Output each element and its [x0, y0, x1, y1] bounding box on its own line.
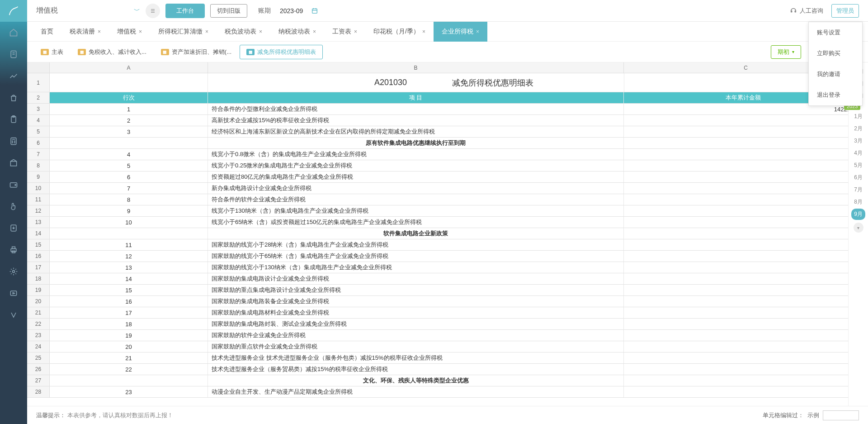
tab-item[interactable]: 税表清册× — [61, 22, 109, 42]
cell-amount[interactable] — [624, 262, 868, 273]
row-number[interactable]: 2 — [27, 92, 50, 103]
row-number[interactable]: 9 — [27, 172, 50, 182]
cell-row-index[interactable] — [50, 228, 208, 239]
v-icon[interactable] — [0, 304, 27, 326]
tab-item[interactable]: 增值税× — [109, 22, 150, 42]
close-icon[interactable]: × — [476, 29, 479, 35]
cell-item[interactable]: 国家鼓励的集成电路材料企业减免企业所得税 — [208, 307, 624, 318]
cell-item[interactable]: 软件集成电路企业新政策 — [208, 228, 624, 239]
row-number[interactable]: 4 — [27, 115, 50, 126]
cell-row-index[interactable]: 14 — [50, 273, 208, 284]
row-number[interactable]: 23 — [27, 330, 50, 341]
cell-amount[interactable] — [624, 149, 868, 160]
cell-item[interactable]: 国家鼓励的集成电路封装、测试企业减免企业所得税 — [208, 319, 624, 329]
cell-row-index[interactable] — [50, 138, 208, 148]
row-number[interactable]: 22 — [27, 319, 50, 329]
tab-item[interactable]: 印花税（月/季）× — [365, 22, 434, 42]
hand-icon[interactable] — [0, 195, 27, 217]
cell-amount[interactable] — [624, 194, 868, 205]
cell-row-index[interactable]: 6 — [50, 172, 208, 182]
month-item[interactable]: 4月 — [851, 148, 865, 159]
cell-row-index[interactable]: 18 — [50, 319, 208, 329]
row-number[interactable]: 13 — [27, 217, 50, 228]
cell-row-index[interactable]: 11 — [50, 239, 208, 250]
home-icon[interactable] — [0, 22, 27, 43]
collapse-button[interactable] — [146, 4, 160, 18]
cell-item[interactable]: 国家鼓励的重点软件企业减免企业所得税 — [208, 341, 624, 352]
cell-item[interactable]: 国家鼓励的软件企业减免企业所得税 — [208, 330, 624, 341]
cell-row-index[interactable]: 5 — [50, 160, 208, 171]
col-header-b[interactable]: B — [208, 62, 624, 73]
cell-row-index[interactable]: 19 — [50, 330, 208, 341]
cell-amount[interactable] — [624, 341, 868, 352]
row-number[interactable]: 17 — [27, 262, 50, 273]
close-icon[interactable]: × — [259, 29, 262, 35]
cell-amount[interactable] — [624, 115, 868, 126]
month-item[interactable]: 1月 — [851, 111, 865, 122]
tab-item[interactable]: 纳税波动表× — [270, 22, 324, 42]
row-number[interactable]: 28 — [27, 386, 50, 397]
select-all-corner[interactable] — [27, 62, 50, 73]
cell-row-index[interactable] — [50, 375, 208, 386]
row-number[interactable]: 27 — [27, 375, 50, 386]
col-header-a[interactable]: A — [50, 62, 208, 73]
workbench-button[interactable]: 工作台 — [165, 4, 205, 18]
cell-item[interactable]: 高新技术企业减按15%的税率征收企业所得税 — [208, 115, 624, 126]
cell-item[interactable]: 线宽小于65纳米（含）或投资额超过150亿元的集成电路生产企业减免企业所得税 — [208, 217, 624, 228]
row-number[interactable]: 7 — [27, 149, 50, 160]
row-number[interactable]: 12 — [27, 205, 50, 216]
cell-row-index[interactable]: 13 — [50, 262, 208, 273]
row-number[interactable]: 10 — [27, 183, 50, 194]
cell-item[interactable]: 技术先进型服务企业（服务贸易类）减按15%的税率征收企业所得税 — [208, 364, 624, 375]
row-number[interactable]: 16 — [27, 251, 50, 262]
video-icon[interactable] — [0, 282, 27, 304]
subtab-item[interactable]: ▦免税收入、减计收入... — [71, 45, 153, 59]
cell-amount[interactable] — [624, 375, 868, 386]
cell-item[interactable]: 国家鼓励的线宽小于28纳米（含）集成电路生产企业减免企业所得税 — [208, 239, 624, 250]
cell-amount[interactable] — [624, 239, 868, 250]
cell-amount[interactable] — [624, 285, 868, 295]
tab-item[interactable]: 首页 — [33, 22, 61, 42]
row-number[interactable]: 8 — [27, 160, 50, 171]
example-input[interactable] — [823, 410, 859, 420]
row-number[interactable]: 21 — [27, 307, 50, 318]
close-icon[interactable]: × — [313, 29, 316, 35]
cell-row-index[interactable]: 12 — [50, 251, 208, 262]
cell-amount[interactable] — [624, 205, 868, 216]
cell-amount[interactable] — [624, 228, 868, 239]
menu-item[interactable]: 我的邀请 — [809, 64, 862, 85]
cell-row-index[interactable]: 17 — [50, 307, 208, 318]
row-number[interactable]: 5 — [27, 126, 50, 137]
cell-row-index[interactable]: 7 — [50, 183, 208, 194]
cell-amount[interactable] — [624, 353, 868, 363]
month-item[interactable]: 8月 — [851, 196, 865, 208]
row-number[interactable]: 6 — [27, 138, 50, 148]
menu-item[interactable]: 立即购买 — [809, 43, 862, 64]
tab-item[interactable]: 税负波动表× — [217, 22, 270, 42]
cell-amount[interactable] — [624, 160, 868, 171]
row-number[interactable]: 20 — [27, 296, 50, 307]
row-number[interactable]: 18 — [27, 273, 50, 284]
chart-icon[interactable] — [0, 65, 27, 87]
export-icon[interactable] — [0, 217, 27, 239]
cell-item[interactable]: 符合条件的小型微利企业减免企业所得税 — [208, 104, 624, 114]
cell-item[interactable]: 国家鼓励的重点集成电路设计企业减免企业所得税 — [208, 285, 624, 295]
cell-row-index[interactable]: 1 — [50, 104, 208, 114]
cell-row-index[interactable]: 15 — [50, 285, 208, 295]
cell-item[interactable]: 符合条件的软件企业减免企业所得税 — [208, 194, 624, 205]
close-icon[interactable]: × — [422, 29, 425, 35]
cell-row-index[interactable]: 22 — [50, 364, 208, 375]
month-item[interactable]: 5月 — [851, 160, 865, 171]
bag-icon[interactable] — [0, 87, 27, 109]
cell-row-index[interactable]: 3 — [50, 126, 208, 137]
period-value[interactable]: 2023-09 — [280, 7, 303, 14]
module-dropdown[interactable]: 增值税 ﹀ — [36, 6, 140, 15]
doc-icon[interactable] — [0, 43, 27, 65]
cell-amount[interactable] — [624, 172, 868, 182]
cell-item[interactable]: 投资额超过80亿元的集成电路生产企业减免企业所得税 — [208, 172, 624, 182]
cell-amount[interactable] — [624, 273, 868, 284]
cell-item[interactable]: 线宽小于130纳米（含）的集成电路生产企业减免企业所得税 — [208, 205, 624, 216]
row-number[interactable]: 14 — [27, 228, 50, 239]
cell-item[interactable]: 国家鼓励的线宽小于65纳米（含）集成电路生产企业减免企业所得税 — [208, 251, 624, 262]
subtab-item[interactable]: ▦主表 — [34, 45, 70, 59]
